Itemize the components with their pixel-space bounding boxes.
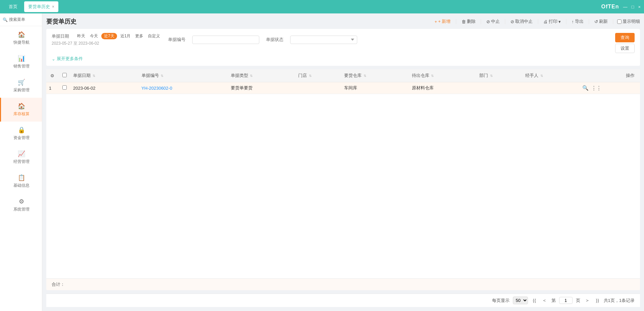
- ops-icon: 📈: [18, 150, 25, 158]
- settings-button[interactable]: 设置: [615, 44, 635, 53]
- date-btn-yesterday[interactable]: 昨天: [76, 33, 87, 39]
- data-table: ⚙ 单据日期 ⇅ 单据编号 ⇅ 单据类型: [46, 69, 640, 94]
- sidebar-item-base-info[interactable]: 📋 基础信息: [0, 169, 42, 193]
- filter-bar: 单据日期 昨天 今天 近7天 近1月 更多 自定义 2023-05-27 至 2…: [46, 29, 640, 66]
- pagination-bar: 每页显示 50 ⟨⟨ ＜ 第 页 ＞ ⟩⟩ 共1页，1条记录: [46, 294, 640, 307]
- doc-no-input[interactable]: [192, 36, 259, 44]
- date-btn-more[interactable]: 更多: [134, 33, 145, 39]
- sidebar-search-label: 搜索菜单: [9, 17, 25, 23]
- first-page-btn[interactable]: ⟨⟨: [531, 298, 537, 303]
- doc-no-filter-group: 单据编号: [168, 36, 259, 44]
- sidebar-item-sys-mgmt[interactable]: ⚙ 系统管理: [0, 193, 42, 217]
- sort-doctype-icon[interactable]: ⇅: [250, 74, 253, 78]
- date-filter-label: 单据日期: [52, 33, 69, 39]
- page-label-suffix: 页: [576, 298, 580, 304]
- query-button[interactable]: 查询: [615, 33, 635, 42]
- inventory-icon: 🏠: [18, 102, 25, 110]
- sort-docno-icon[interactable]: ⇅: [161, 74, 163, 78]
- cell-checkbox[interactable]: [58, 82, 70, 94]
- table-body: 1 2023-06-02 YH-20230602-0 要货单要货 车间库 原材料…: [46, 82, 640, 94]
- date-btn-last-month[interactable]: 近1月: [119, 33, 132, 39]
- stop-label: 中止: [491, 18, 500, 25]
- display-cell-button[interactable]: 显示明细: [617, 18, 640, 25]
- col-dept: 部门 ⇅: [477, 69, 523, 82]
- cancel-stop-button[interactable]: ⊘ 取消中止: [509, 18, 534, 25]
- sort-dept-icon[interactable]: ⇅: [490, 74, 493, 78]
- col-doc-type: 单据类型 ⇅: [228, 69, 296, 82]
- sidebar-item-finance[interactable]: 🔒 资金管理: [0, 122, 42, 145]
- plus-icon: +: [435, 19, 437, 24]
- content-area: 要货单历史 + + 新增 | 🗑 删除 | ⊘ 中止 | ⊘: [42, 13, 644, 311]
- table-row: 1 2023-06-02 YH-20230602-0 要货单要货 车间库 原材料…: [46, 82, 640, 94]
- delete-button[interactable]: 🗑 删除: [460, 18, 477, 25]
- sidebar-item-purchase[interactable]: 🛒 采购管理: [0, 74, 42, 98]
- window-maximize-btn[interactable]: □: [632, 4, 634, 9]
- window-minimize-btn[interactable]: —: [623, 4, 628, 9]
- sidebar-item-sales[interactable]: 📊 销售管理: [0, 50, 42, 74]
- stop-button[interactable]: ⊘ 中止: [485, 18, 501, 25]
- sidebar-label-sys: 系统管理: [13, 207, 30, 212]
- sys-icon: ⚙: [19, 198, 24, 205]
- export-icon: ↑: [572, 19, 574, 24]
- sort-pendwh-icon[interactable]: ⇅: [431, 74, 434, 78]
- sidebar: 🔍 搜索菜单 🏠 快捷导航 📊 销售管理 🛒 采购管理 🏠 库存核算 🔒 资金管…: [0, 13, 42, 311]
- cell-req-warehouse: 车间库: [341, 82, 409, 94]
- page-label-prefix: 第: [551, 298, 556, 304]
- sidebar-search[interactable]: 🔍 搜索菜单: [0, 13, 42, 26]
- sidebar-item-quick-nav[interactable]: 🏠 快捷导航: [0, 26, 42, 50]
- page-title: 要货单历史: [46, 17, 76, 26]
- cancel-stop-label: 取消中止: [515, 18, 533, 25]
- sidebar-item-inventory[interactable]: 🏠 库存核算: [0, 98, 42, 122]
- sidebar-label-ops: 经营管理: [13, 159, 30, 165]
- status-label: 单据状态: [266, 37, 283, 43]
- cancel-stop-icon: ⊘: [511, 19, 514, 24]
- tab-history[interactable]: 要货单历史 ×: [24, 1, 58, 12]
- summary-label: 合计：: [52, 281, 65, 287]
- page-number-input[interactable]: [559, 297, 573, 304]
- sort-date-icon[interactable]: ⇅: [93, 74, 95, 78]
- last-page-btn[interactable]: ⟩⟩: [594, 298, 600, 303]
- page-header: 要货单历史 + + 新增 | 🗑 删除 | ⊘ 中止 | ⊘: [46, 17, 640, 26]
- sidebar-item-ops[interactable]: 📈 经营管理: [0, 145, 42, 169]
- next-page-btn[interactable]: ＞: [584, 298, 591, 304]
- filter-section: 单据日期 昨天 今天 近7天 近1月 更多 自定义 2023-05-27 至 2…: [52, 33, 635, 53]
- tab-bar: 首页 要货单历史 ×: [3, 0, 58, 13]
- row-action-more[interactable]: ⋮⋮: [591, 85, 601, 91]
- col-settings[interactable]: ⚙: [46, 69, 58, 82]
- doc-no-link[interactable]: YH-20230602-0: [142, 86, 172, 91]
- expand-icon: ⌄: [52, 56, 55, 61]
- print-arrow-icon: ▾: [558, 19, 561, 24]
- total-records-label: 共1页，1条记录: [604, 298, 635, 304]
- table-footer: 合计：: [46, 278, 640, 290]
- refresh-label: 刷新: [599, 18, 608, 25]
- sort-store-icon[interactable]: ⇅: [309, 74, 312, 78]
- date-btn-last7[interactable]: 近7天: [101, 33, 117, 39]
- refresh-button[interactable]: ↺ 刷新: [593, 18, 609, 25]
- date-btn-custom[interactable]: 自定义: [147, 33, 161, 39]
- display-cell-checkbox[interactable]: [617, 19, 622, 24]
- cell-doc-type: 要货单要货: [228, 82, 296, 94]
- tab-close-icon[interactable]: ×: [52, 4, 54, 9]
- sort-handler-icon[interactable]: ⇅: [540, 74, 543, 78]
- new-button[interactable]: + + 新增: [433, 18, 452, 25]
- cell-store: [296, 82, 341, 94]
- sort-reqwh-icon[interactable]: ⇅: [364, 74, 366, 78]
- row-action-view[interactable]: 🔍: [582, 85, 589, 91]
- select-all-checkbox[interactable]: [62, 73, 67, 77]
- per-page-select[interactable]: 50: [513, 297, 528, 304]
- prev-page-btn[interactable]: ＜: [541, 298, 548, 304]
- tab-home[interactable]: 首页: [3, 0, 23, 13]
- export-button[interactable]: ↑ 导出: [570, 18, 585, 25]
- print-button[interactable]: 🖨 打印 ▾: [542, 18, 562, 25]
- brand-label: OfTEn: [601, 4, 619, 10]
- cell-dept: [477, 82, 523, 94]
- date-quick-btns: 昨天 今天 近7天 近1月 更多 自定义: [76, 33, 161, 39]
- date-btn-today[interactable]: 今天: [89, 33, 99, 39]
- window-close-btn[interactable]: ×: [638, 4, 641, 9]
- date-filter-row: 单据日期 昨天 今天 近7天 近1月 更多 自定义: [52, 33, 161, 39]
- col-checkbox: [58, 69, 70, 82]
- cell-action: 🔍 ⋮⋮: [580, 82, 640, 94]
- status-select[interactable]: [290, 36, 357, 44]
- top-bar: 首页 要货单历史 × OfTEn — □ ×: [0, 0, 644, 13]
- expand-more-btn[interactable]: ⌄ 展开更多条件: [52, 56, 635, 62]
